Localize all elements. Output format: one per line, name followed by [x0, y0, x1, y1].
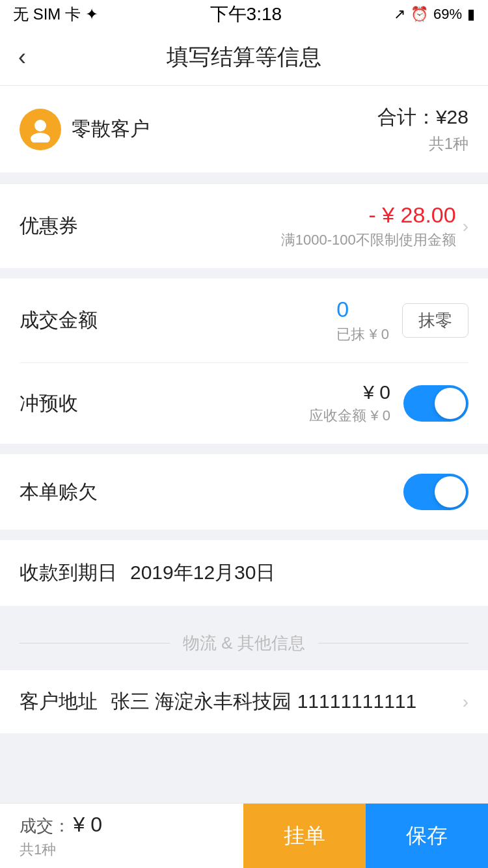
bottom-deal-label: 成交：	[20, 816, 70, 835]
address-section[interactable]: 客户地址 张三 海淀永丰科技园 11111111111 ›	[0, 670, 488, 733]
deal-amount-right: 0 已抹 ¥ 0 抹零	[336, 297, 468, 344]
prepay-toggle[interactable]	[403, 385, 468, 422]
round-button[interactable]: 抹零	[402, 303, 468, 338]
svg-point-0	[34, 120, 46, 131]
page-title: 填写结算等信息	[167, 42, 321, 72]
due-date-value: 2019年12月30日	[130, 560, 275, 586]
prepay-amounts: ¥ 0 应收金额 ¥ 0	[309, 381, 390, 426]
location-icon: ↗	[394, 6, 405, 23]
arrears-toggle-knob	[435, 476, 466, 508]
status-time: 下午3:18	[210, 2, 282, 27]
item-count: 共1种	[377, 133, 468, 154]
deal-amount-row: 成交金额 0 已抹 ¥ 0 抹零	[20, 278, 468, 363]
prepay-row: 冲预收 ¥ 0 应收金额 ¥ 0	[20, 363, 468, 444]
prepay-label: 冲预收	[20, 390, 78, 417]
bottom-bar: 成交： ¥ 0 共1种 挂单 保存	[0, 803, 488, 868]
total-amount: 合计：¥28	[377, 104, 468, 131]
customer-name: 零散客户	[72, 116, 150, 142]
divider-text: 物流 & 其他信息	[183, 632, 305, 655]
coupon-right: - ¥ 28.00 满1000-100不限制使用金额 ›	[281, 202, 468, 250]
customer-info: 零散客户	[20, 109, 150, 150]
coupon-row[interactable]: 优惠券 - ¥ 28.00 满1000-100不限制使用金额 ›	[0, 183, 488, 268]
customer-summary: 合计：¥28 共1种	[377, 104, 468, 154]
svg-point-1	[31, 133, 50, 142]
address-chevron-icon: ›	[463, 692, 468, 712]
status-right: ↗ ⏰ 69% ▮	[394, 6, 475, 23]
bottom-info: 成交： ¥ 0 共1种	[0, 813, 243, 860]
hang-button[interactable]: 挂单	[243, 804, 366, 869]
back-button[interactable]: ‹	[18, 44, 26, 71]
customer-row: 零散客户 合计：¥28 共1种	[0, 86, 488, 172]
battery-level: 69%	[433, 6, 462, 23]
battery-icon: ▮	[467, 6, 475, 23]
save-button[interactable]: 保存	[366, 804, 488, 869]
address-row[interactable]: 客户地址 张三 海淀永丰科技园 11111111111 ›	[20, 688, 468, 715]
status-left: 无 SIM 卡 ✦	[13, 4, 98, 25]
arrears-section: 本单赊欠	[0, 454, 488, 530]
toggle-knob	[435, 388, 466, 419]
prepay-right: ¥ 0 应收金额 ¥ 0	[309, 381, 468, 426]
status-bar: 无 SIM 卡 ✦ 下午3:18 ↗ ⏰ 69% ▮	[0, 0, 488, 29]
sim-status: 无 SIM 卡 ✦	[13, 4, 98, 25]
prepay-amount: ¥ 0	[363, 381, 390, 403]
avatar	[20, 109, 61, 150]
prepay-sub: 应收金额 ¥ 0	[309, 406, 390, 426]
deal-amount-value: 0	[336, 297, 389, 322]
coupon-label: 优惠券	[20, 213, 78, 239]
address-label: 客户地址	[20, 688, 98, 715]
deal-amount-label: 成交金额	[20, 307, 98, 334]
deal-amount-sub: 已抹 ¥ 0	[336, 325, 389, 344]
chevron-right-icon: ›	[463, 216, 468, 237]
coupon-section[interactable]: 优惠券 - ¥ 28.00 满1000-100不限制使用金额 ›	[0, 183, 488, 268]
due-date-section: 收款到期日 2019年12月30日	[0, 540, 488, 606]
arrears-label: 本单赊欠	[20, 479, 98, 506]
coupon-discount: - ¥ 28.00	[281, 202, 456, 228]
nav-bar: ‹ 填写结算等信息	[0, 29, 488, 86]
due-date-label: 收款到期日	[20, 560, 117, 586]
bottom-deal-row: 成交： ¥ 0	[20, 813, 224, 837]
coupon-desc: 满1000-100不限制使用金额	[281, 230, 456, 250]
divider-section: 物流 & 其他信息	[0, 616, 488, 670]
address-value: 张三 海淀永丰科技园 11111111111	[111, 688, 463, 715]
bottom-count: 共1种	[20, 840, 224, 860]
divider-line: 物流 & 其他信息	[20, 632, 468, 655]
alarm-icon: ⏰	[411, 6, 428, 23]
bottom-deal-amount: ¥ 0	[73, 813, 102, 836]
mid-section: 成交金额 0 已抹 ¥ 0 抹零 冲预收 ¥ 0 应收金额 ¥ 0	[0, 278, 488, 444]
arrears-toggle[interactable]	[403, 474, 468, 510]
